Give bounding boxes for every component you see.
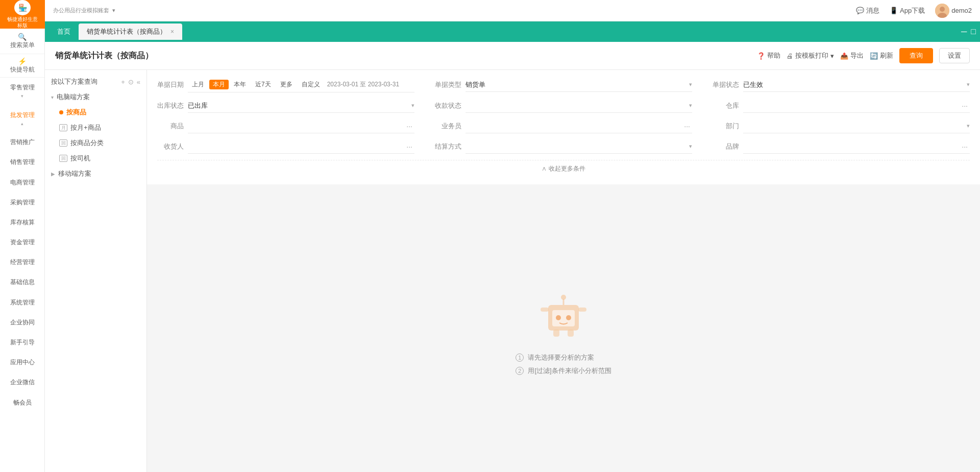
tip-num-1: 1 [516, 353, 524, 362]
date-this-month-btn[interactable]: 本月 [209, 80, 229, 89]
sidebar-item-basicinfo[interactable]: 基础信息 [0, 272, 44, 292]
salesperson-control[interactable]: ··· [465, 119, 692, 133]
tab-sales-stats[interactable]: 销货单统计计表（按商品） × [79, 23, 182, 40]
sidebar-item-purchase[interactable]: 采购管理 [0, 193, 44, 213]
refresh-button[interactable]: 🔄 刷新 [870, 51, 893, 60]
filter-row-4: 收货人 ··· 结算方式 ▾ [157, 139, 970, 154]
salesperson-more-dots[interactable]: ··· [682, 122, 692, 130]
dept-control[interactable]: ▾ [743, 119, 970, 133]
settings-scheme-icon[interactable]: ⊙ [128, 78, 134, 86]
warehouse-label: 仓库 [713, 101, 739, 110]
tab-home[interactable]: 首页 [49, 23, 79, 40]
warehouse-more-dots[interactable]: ··· [960, 102, 970, 110]
sidebar-item-operations[interactable]: 经营管理 [0, 252, 44, 272]
type-arrow: ▾ [689, 81, 692, 88]
date-more-btn[interactable]: 更多 [276, 79, 297, 90]
scheme-item-month-product[interactable]: 月 按月+商品 [45, 120, 146, 135]
svg-rect-10 [578, 308, 586, 312]
sidebar-item-system[interactable]: 系统管理 [0, 293, 44, 313]
scheme-group-mobile: ▶ 移动端方案 [45, 166, 146, 181]
sidebar-item-newbie[interactable]: 新手引导 [0, 333, 44, 352]
product-control[interactable]: ··· [188, 119, 414, 133]
filter-stock-out: 出库状态 已出库 ▾ [157, 99, 414, 113]
sidebar-menu-label: 基础信息 [0, 277, 44, 287]
filter-recipient: 收货人 ··· [157, 139, 414, 154]
query-button[interactable]: 查询 [899, 48, 933, 63]
user-profile[interactable]: demo2 [935, 4, 972, 18]
sidebar-menu-label: 新手引导 [0, 338, 44, 347]
stock-out-value: 已出库 [188, 101, 408, 110]
app-download-button[interactable]: 📱 App下载 [890, 6, 925, 15]
collapse-bar[interactable]: ∧ 收起更多条件 [157, 160, 970, 177]
sidebar-item-retail[interactable]: 零售管理 ▾ [0, 78, 44, 105]
tab-close-icon[interactable]: × [170, 29, 174, 35]
scheme-item-product-category[interactable]: 回 按商品分类 [45, 135, 146, 151]
page-content: 销货单统计计表（按商品） ❓ 帮助 🖨 按模板打印 ▾ 📤 导出 🔄 刷新 [45, 42, 980, 472]
sidebar: 🏪 畅捷通好生意标版 🔍 搜索菜单 ⚡ 快捷导航 零售管理 ▾ 批发管理 ▴ 营… [0, 0, 45, 472]
print-dropdown-arrow[interactable]: ▾ [830, 52, 834, 60]
add-scheme-icon[interactable]: + [121, 78, 125, 86]
driver-icon: 回 [59, 155, 67, 162]
sidebar-item-search[interactable]: 🔍 搜索菜单 [0, 29, 44, 54]
brand-more-dots[interactable]: ··· [960, 143, 970, 151]
scheme-group-header-mobile[interactable]: ▶ 移动端方案 [45, 166, 146, 181]
settings-button[interactable]: 设置 [939, 48, 970, 63]
type-control[interactable]: 销货单 ▾ [465, 78, 692, 92]
sidebar-item-marketing[interactable]: 营销推广 [0, 132, 44, 152]
sidebar-item-corpwechat[interactable]: 企业微信 [0, 372, 44, 392]
logo-text: 畅捷通好生意标版 [7, 16, 38, 29]
filter-row-3: 商品 ··· 业务员 ··· [157, 119, 970, 133]
status-value: 已生效 [743, 80, 964, 89]
industry-selector[interactable]: 办公用品行业模拟账套 ▾ [53, 7, 115, 14]
scheme-item-driver[interactable]: 回 按司机 [45, 151, 146, 166]
sidebar-item-wholesale[interactable]: 批发管理 ▴ [0, 105, 44, 133]
dept-label: 部门 [713, 122, 739, 131]
stock-out-control[interactable]: 已出库 ▾ [188, 99, 414, 113]
brand-control[interactable]: ··· [743, 139, 970, 154]
sidebar-menu-label: 库存核算 [0, 218, 44, 227]
sidebar-item-finance[interactable]: 资金管理 [0, 232, 44, 252]
export-button[interactable]: 📤 导出 [840, 51, 864, 60]
settlement-control[interactable]: ▾ [465, 139, 692, 154]
scheme-item-by-product[interactable]: 按商品 [45, 105, 146, 120]
recipient-control[interactable]: ··· [188, 139, 414, 154]
filter-dept: 部门 ▾ [713, 119, 970, 133]
sidebar-item-ecommerce[interactable]: 电商管理 [0, 173, 44, 193]
filter-type: 单据类型 销货单 ▾ [435, 78, 692, 92]
sidebar-item-corp-collab[interactable]: 企业协同 [0, 313, 44, 333]
message-icon: 💬 [856, 7, 864, 14]
warehouse-control[interactable]: ··· [743, 99, 970, 113]
filter-product: 商品 ··· [157, 119, 414, 133]
svg-rect-12 [568, 329, 574, 337]
date-this-year-btn[interactable]: 本年 [230, 79, 250, 90]
tab-bar: 首页 销货单统计计表（按商品） × ─ □ [45, 21, 980, 42]
svg-point-5 [556, 315, 561, 320]
svg-point-1 [940, 7, 945, 12]
product-more-dots[interactable]: ··· [404, 122, 414, 130]
message-button[interactable]: 💬 消息 [856, 6, 879, 15]
recipient-more-dots[interactable]: ··· [404, 143, 414, 151]
sidebar-menu-label: 采购管理 [0, 198, 44, 207]
receipt-control[interactable]: ▾ [465, 99, 692, 113]
sidebar-item-inventory[interactable]: 库存核算 [0, 213, 44, 232]
sidebar-menu-label: 经营管理 [0, 257, 44, 267]
help-button[interactable]: ❓ 帮助 [757, 51, 780, 60]
content-body: 按以下方案查询 + ⊙ « ▾ 电脑端方案 按商品 [45, 70, 980, 472]
scheme-group-header-pc[interactable]: ▾ 电脑端方案 [45, 89, 146, 105]
main-area: 办公用品行业模拟账套 ▾ 💬 消息 📱 App下载 demo2 首页 [45, 0, 980, 472]
template-print-button[interactable]: 🖨 按模板打印 ▾ [787, 51, 834, 60]
minimize-icon[interactable]: ─ [961, 28, 967, 36]
status-control[interactable]: 已生效 ▾ [743, 78, 970, 92]
filter-date: 单据日期 上月 本月 本年 近7天 更多 自定义 2023-03-01 至 20… [157, 77, 414, 92]
date-7days-btn[interactable]: 近7天 [251, 79, 275, 90]
sidebar-item-appcenter[interactable]: 应用中心 [0, 352, 44, 372]
pc-group-arrow: ▾ [51, 95, 54, 100]
date-last-month-btn[interactable]: 上月 [188, 79, 208, 90]
date-custom-btn[interactable]: 自定义 [298, 79, 324, 90]
sidebar-item-quicknav[interactable]: ⚡ 快捷导航 [0, 54, 44, 78]
sidebar-item-member[interactable]: 畅会员 [0, 393, 44, 413]
maximize-icon[interactable]: □ [971, 28, 976, 36]
sidebar-item-sales[interactable]: 销售管理 [0, 152, 44, 172]
scheme-group-pc: ▾ 电脑端方案 按商品 月 按月+商品 回 按商品分类 [45, 89, 146, 166]
collapse-scheme-icon[interactable]: « [137, 78, 140, 86]
